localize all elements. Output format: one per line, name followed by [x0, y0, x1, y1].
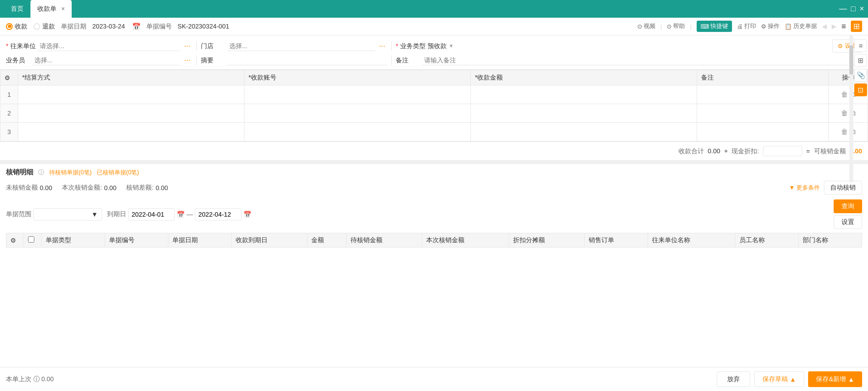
footer-info-label: 本单上次 ⓘ 0.00: [6, 375, 54, 384]
gear-col-header[interactable]: ⚙: [0, 70, 18, 85]
reconcile-info-icon[interactable]: ⓘ: [38, 168, 44, 177]
video-btn[interactable]: ⊙ 视频: [637, 22, 655, 30]
date-to-input[interactable]: [195, 208, 242, 221]
cell-2-3[interactable]: [471, 104, 697, 123]
history-btn[interactable]: 📋 历史单据: [785, 22, 817, 30]
footer-info-icon: ⓘ: [33, 375, 40, 383]
bt-col7-label: 本次核销金额: [426, 236, 464, 244]
cell-3-3[interactable]: [471, 123, 697, 141]
tab-home[interactable]: 首页: [4, 0, 30, 18]
view-list-icon[interactable]: ≡: [841, 22, 846, 31]
range-label: 单据范围: [6, 210, 31, 219]
print-btn[interactable]: 🖨 打印: [737, 22, 756, 30]
cell-3-2[interactable]: [244, 123, 471, 141]
bt-col1-label: 单据类型: [46, 236, 71, 244]
calendar-to-icon[interactable]: 📅: [244, 211, 251, 218]
maximize-icon[interactable]: □: [851, 4, 856, 13]
col3-header: *收款金额: [471, 70, 697, 85]
shortcut-btn[interactable]: ⌨ 快捷键: [697, 21, 732, 32]
remark-input[interactable]: [422, 56, 862, 65]
bt-col11-label: 员工名称: [739, 236, 765, 244]
bt-col4-label: 收款到期日: [236, 236, 268, 244]
abandon-btn[interactable]: 放弃: [717, 371, 750, 387]
store-field: 门店 ···: [201, 41, 387, 51]
section-divider: [0, 160, 868, 164]
discount-input[interactable]: [763, 146, 802, 156]
refund-radio[interactable]: 退款: [33, 22, 55, 31]
current-label: 本次核销金额:: [62, 183, 102, 192]
salesperson-input[interactable]: [32, 56, 180, 65]
operation-btn[interactable]: ⚙ 操作: [761, 22, 780, 30]
calendar-icon[interactable]: 📅: [132, 23, 140, 30]
business-type-select[interactable]: 预收款 ▼: [428, 42, 454, 51]
form-row-1: * 往来单位 ··· 门店 ··· * 业务类型 预收款 ▼: [6, 39, 862, 53]
more-conditions-btn[interactable]: ▼ 更多条件: [789, 184, 820, 192]
right-panel-btn-3[interactable]: 📎: [854, 69, 867, 82]
store-dots-btn[interactable]: ···: [377, 42, 387, 51]
bottom-checkbox-header[interactable]: [24, 233, 42, 248]
row-num-1: 1: [0, 85, 18, 104]
right-panel: ≡ ⊞ 📎 ⊡: [853, 35, 868, 369]
bottom-table-area: ⚙ 单据类型 单据编号 单据日期 收款到期日 金额 待核销金额 本次核销金额 折…: [6, 233, 862, 248]
bottom-col3-header: 单据日期: [168, 233, 232, 248]
row-num-2: 2: [0, 104, 18, 123]
help-btn[interactable]: ⊙ 帮助: [667, 22, 685, 30]
counterpart-input[interactable]: [38, 41, 180, 51]
refund-radio-dot: [33, 23, 40, 30]
pending-tab[interactable]: 待核销单据(0笔): [49, 168, 92, 177]
cell-2-2[interactable]: [244, 104, 471, 123]
delete-icon-1[interactable]: 🗑: [841, 90, 848, 99]
bottom-col6-header: 待核销金额: [347, 233, 422, 248]
cell-3-4[interactable]: [697, 123, 829, 141]
table-row: 2 🗑 ⧉: [0, 104, 868, 123]
cell-1-3[interactable]: [471, 85, 697, 104]
view-grid-icon[interactable]: ⊞: [851, 21, 862, 32]
right-panel-btn-1[interactable]: ≡: [854, 39, 867, 52]
cell-1-4[interactable]: [697, 85, 829, 104]
table-gear-icon[interactable]: ⚙: [4, 74, 10, 82]
completed-tab[interactable]: 已核销单据(0笔): [97, 168, 139, 177]
save-new-btn[interactable]: 保存&新增 ▲: [808, 371, 862, 387]
save-new-label: 保存&新增: [816, 375, 846, 384]
scrollbar-thumb[interactable]: [849, 45, 853, 75]
cell-3-1[interactable]: [18, 123, 244, 141]
bt-col12-label: 部门名称: [803, 236, 828, 244]
bottom-gear-header[interactable]: ⚙: [6, 233, 24, 248]
calendar-from-icon[interactable]: 📅: [177, 211, 185, 218]
tab-close-icon[interactable]: ×: [61, 5, 65, 12]
range-filter-field: 单据范围 ▼: [6, 208, 102, 221]
form-area: * 往来单位 ··· 门店 ··· * 业务类型 预收款 ▼: [0, 35, 868, 70]
delete-icon-2[interactable]: 🗑: [841, 109, 848, 117]
minimize-icon[interactable]: —: [839, 4, 847, 13]
receipt-radio[interactable]: 收款: [6, 22, 27, 31]
form-sep-2: [391, 41, 392, 51]
discount-label: 现金折扣:: [732, 147, 759, 156]
tab-active[interactable]: 收款单 ×: [30, 0, 72, 18]
scrollbar[interactable]: [849, 35, 853, 183]
select-all-checkbox[interactable]: [28, 236, 34, 243]
cell-1-2[interactable]: [244, 85, 471, 104]
right-panel-btn-4[interactable]: ⊡: [854, 84, 867, 96]
salesperson-dots-btn[interactable]: ···: [182, 56, 192, 65]
date-from-input[interactable]: [128, 208, 175, 221]
equals-sign: =: [806, 147, 810, 155]
delete-icon-3[interactable]: 🗑: [841, 128, 848, 136]
cell-2-4[interactable]: [697, 104, 829, 123]
counterpart-dots-btn[interactable]: ···: [182, 42, 192, 51]
table-area: ⚙ *结算方式 *收款账号 *收款金额 备注 操作: [0, 70, 868, 141]
top-toolbar: 收款 退款 单据日期 2023-03-24 📅 单据编号 SK-20230324…: [0, 18, 868, 35]
range-select[interactable]: ▼: [33, 208, 102, 221]
cell-2-1[interactable]: [18, 104, 244, 123]
bottom-col8-header: 折扣分摊额: [509, 233, 584, 248]
save-draft-btn[interactable]: 保存草稿 ▲: [754, 371, 805, 387]
summary-input[interactable]: [227, 56, 387, 65]
bt-col6-label: 待核销金额: [351, 236, 382, 244]
diff-value: 0.00: [156, 184, 168, 192]
right-panel-btn-2[interactable]: ⊞: [854, 54, 867, 67]
page-footer: 本单上次 ⓘ 0.00 放弃 保存草稿 ▲ 保存&新增 ▲: [0, 367, 868, 391]
close-icon[interactable]: ×: [860, 4, 864, 13]
business-type-field: * 业务类型 预收款 ▼: [396, 42, 832, 51]
uncanceled-stat: 未核销金额 0.00: [6, 183, 52, 192]
cell-1-1[interactable]: [18, 85, 244, 104]
store-input[interactable]: [227, 41, 375, 51]
